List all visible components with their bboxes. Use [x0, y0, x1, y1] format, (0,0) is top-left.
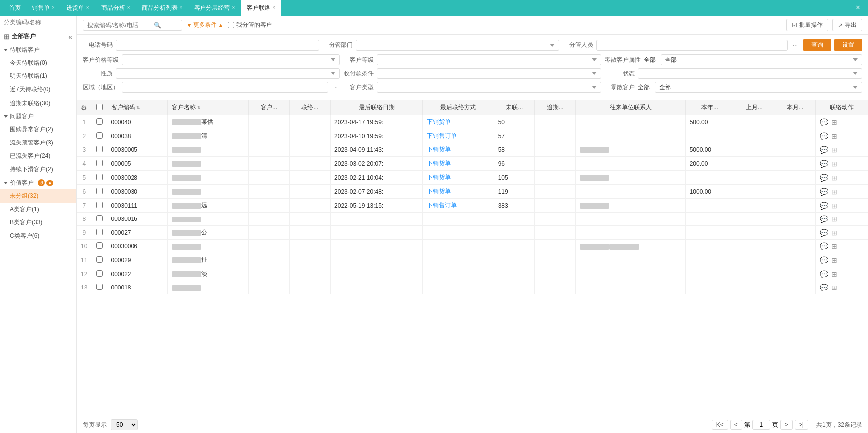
- export-button[interactable]: ↗ 导出: [832, 19, 862, 31]
- row-checkbox[interactable]: [96, 215, 103, 221]
- grid-icon[interactable]: ⊞: [831, 118, 837, 126]
- sidebar-all-customers[interactable]: ⊞ 全部客户 «: [0, 29, 76, 44]
- close-icon[interactable]: ×: [272, 0, 275, 16]
- comment-icon[interactable]: 💬: [820, 242, 828, 250]
- nav-tab-customer-contact[interactable]: 客户联络 ×: [241, 0, 281, 16]
- next-page-button[interactable]: >: [780, 420, 793, 430]
- grid-icon[interactable]: ⊞: [831, 146, 837, 154]
- nav-tab-sales[interactable]: 销售单 ×: [26, 0, 61, 16]
- row-checkbox[interactable]: [96, 132, 103, 139]
- main-search-input[interactable]: [87, 22, 152, 29]
- nav-tab-product-analysis[interactable]: 商品分析 ×: [95, 0, 136, 16]
- grid-icon[interactable]: ⊞: [831, 242, 837, 250]
- grid-icon[interactable]: ⊞: [831, 215, 837, 223]
- sidebar-item-c-class[interactable]: C类客户(6): [0, 229, 76, 243]
- comment-icon[interactable]: 💬: [820, 174, 828, 182]
- reset-button[interactable]: 设置: [834, 39, 862, 51]
- batch-ops-button[interactable]: ☑ 批量操作: [786, 19, 828, 31]
- grid-icon[interactable]: ⊞: [831, 160, 837, 168]
- close-icon[interactable]: ×: [86, 0, 89, 16]
- page-number-input[interactable]: [752, 420, 770, 430]
- close-icon[interactable]: ×: [127, 0, 130, 16]
- nav-tab-product-list[interactable]: 商品分析列表 ×: [136, 0, 189, 16]
- nav-home[interactable]: 首页: [4, 0, 26, 16]
- comment-icon[interactable]: 💬: [820, 270, 828, 278]
- method-link[interactable]: 下销售订单: [427, 132, 457, 139]
- customer-level-select[interactable]: [377, 54, 601, 65]
- sidebar-item-a-class[interactable]: A类客户(1): [0, 203, 76, 216]
- grid-icon[interactable]: ⊞: [831, 174, 837, 182]
- phone-input[interactable]: [116, 40, 319, 51]
- method-link[interactable]: 下销货单: [427, 174, 451, 181]
- payment-select[interactable]: [377, 68, 601, 79]
- row-checkbox[interactable]: [96, 270, 103, 277]
- method-link[interactable]: 下销售订单: [427, 202, 457, 209]
- grid-icon[interactable]: ⊞: [831, 188, 837, 196]
- status-select[interactable]: [638, 68, 862, 79]
- sort-icon[interactable]: ⇅: [197, 105, 201, 110]
- grid-icon[interactable]: ⊞: [831, 284, 837, 291]
- row-checkbox[interactable]: [96, 160, 103, 166]
- comment-icon[interactable]: 💬: [820, 188, 828, 196]
- row-checkbox[interactable]: [96, 229, 103, 235]
- method-link[interactable]: 下销货单: [427, 146, 451, 153]
- dept-select[interactable]: [356, 40, 559, 51]
- comment-icon[interactable]: 💬: [820, 160, 828, 168]
- nav-tab-customer-ops[interactable]: 客户分层经营 ×: [188, 0, 241, 16]
- comment-icon[interactable]: 💬: [820, 256, 828, 264]
- comment-icon[interactable]: 💬: [820, 146, 828, 154]
- search-icon[interactable]: 🔍: [154, 22, 161, 29]
- sidebar-collapse-icon[interactable]: «: [68, 33, 72, 41]
- price-level-select[interactable]: [122, 54, 340, 65]
- sort-icon[interactable]: ⇅: [136, 105, 140, 110]
- my-customers-checkbox[interactable]: 我分管的客户: [228, 21, 272, 29]
- row-checkbox[interactable]: [96, 188, 103, 194]
- person-input[interactable]: [596, 40, 788, 51]
- close-icon[interactable]: ×: [180, 0, 183, 16]
- nav-close-button[interactable]: ×: [852, 3, 864, 12]
- sidebar-item-churned[interactable]: 已流失客户(24): [0, 149, 76, 163]
- sidebar-search-input[interactable]: [4, 19, 77, 26]
- person-dots-icon[interactable]: ···: [791, 42, 800, 49]
- row-checkbox[interactable]: [96, 174, 103, 180]
- row-checkbox[interactable]: [96, 146, 103, 152]
- sidebar-item-abnormal[interactable]: 囤购异常客户(2): [0, 123, 76, 136]
- sidebar-item-ungroup[interactable]: 未分组(32): [0, 189, 76, 203]
- row-checkbox[interactable]: [96, 284, 103, 290]
- sidebar-item-b-class[interactable]: B类客户(33): [0, 216, 76, 229]
- row-checkbox[interactable]: [96, 256, 103, 263]
- first-page-button[interactable]: K<: [712, 420, 728, 430]
- grid-icon[interactable]: ⊞: [831, 270, 837, 278]
- sidebar-item-churn-warning[interactable]: 流失预警客户(3): [0, 136, 76, 149]
- region-input[interactable]: [122, 82, 328, 93]
- comment-icon[interactable]: 💬: [820, 118, 828, 126]
- comment-icon[interactable]: 💬: [820, 132, 828, 140]
- sidebar-item-today-pending[interactable]: 今天待联络(0): [0, 56, 76, 70]
- nav-tab-purchase[interactable]: 进货单 ×: [61, 0, 95, 16]
- row-checkbox[interactable]: [96, 118, 103, 125]
- grid-icon[interactable]: ⊞: [831, 202, 837, 210]
- sidebar-item-declining[interactable]: 持续下滑客户(2): [0, 163, 76, 176]
- settings-icon[interactable]: ⚙: [81, 104, 87, 112]
- nature-select[interactable]: [116, 68, 340, 79]
- row-checkbox[interactable]: [96, 202, 103, 208]
- grid-icon[interactable]: ⊞: [831, 132, 837, 140]
- close-icon[interactable]: ×: [232, 0, 235, 16]
- comment-icon[interactable]: 💬: [820, 202, 828, 210]
- sidebar-item-week-pending[interactable]: 近7天待联络(0): [0, 83, 76, 96]
- close-icon[interactable]: ×: [52, 0, 55, 16]
- customer-type-select[interactable]: [377, 82, 601, 93]
- method-link[interactable]: 下销货单: [427, 118, 451, 125]
- comment-icon[interactable]: 💬: [820, 229, 828, 237]
- page-size-select[interactable]: 50 100 200: [111, 419, 138, 430]
- retail-customer-select[interactable]: 全部: [655, 82, 862, 93]
- comment-icon[interactable]: 💬: [820, 215, 828, 223]
- grid-icon[interactable]: ⊞: [831, 256, 837, 264]
- method-link[interactable]: 下销货单: [427, 188, 451, 195]
- retail-attr-select[interactable]: 全部: [661, 54, 862, 65]
- method-link[interactable]: 下销货单: [427, 160, 451, 167]
- last-page-button[interactable]: >|: [795, 420, 808, 430]
- query-button[interactable]: 查询: [803, 39, 831, 51]
- sidebar-item-tomorrow-pending[interactable]: 明天待联络(1): [0, 70, 76, 83]
- refresh-icon[interactable]: ↺: [38, 179, 45, 186]
